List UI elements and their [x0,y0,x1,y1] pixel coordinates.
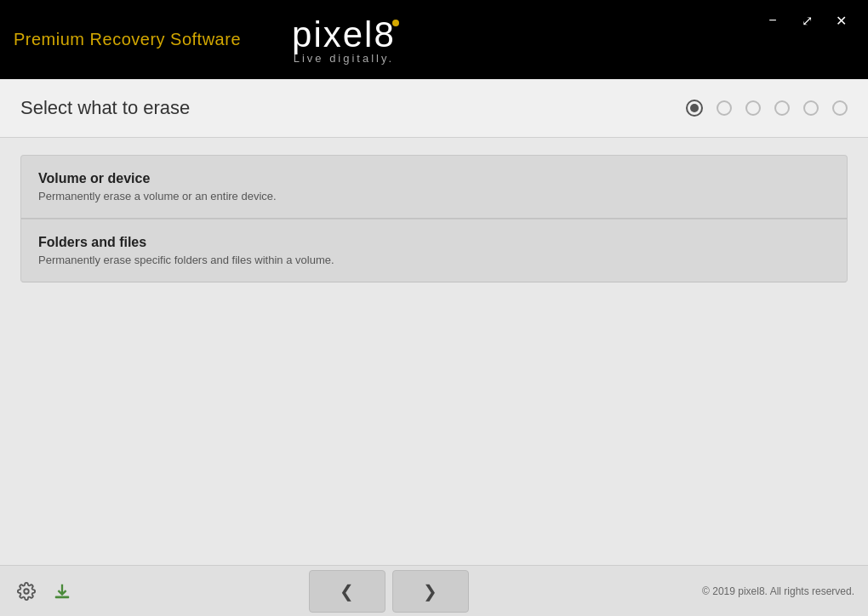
step-indicators [686,100,848,117]
forward-button[interactable]: ❯ [392,570,469,613]
volume-or-device-description: Permanently erase a volume or an entire … [38,190,830,202]
back-button[interactable]: ❮ [309,570,385,613]
download-icon [53,582,71,601]
svg-point-0 [24,589,29,594]
step-dot-6[interactable] [832,100,848,116]
step-dot-1[interactable] [686,100,703,117]
window-controls: − ⤢ ✕ [759,0,854,34]
step-dot-3[interactable] [745,100,761,116]
logo-accent-dot [392,20,399,26]
logo-wordmark: pixel8 [292,14,396,54]
maximize-button[interactable]: ⤢ [793,7,820,34]
folders-and-files-description: Permanently erase specific folders and f… [38,254,830,266]
minimize-button[interactable]: − [759,7,786,34]
step-dot-4[interactable] [774,100,790,116]
folders-and-files-title: Folders and files [38,235,830,250]
download-button[interactable] [49,579,75,604]
header-left: Premium Recovery Software pixel8 Live di… [14,14,396,65]
logo-text: pixel8 [292,14,396,55]
logo-pixel8: pixel8 [292,14,396,55]
close-button[interactable]: ✕ [827,7,854,34]
step-bar: Select what to erase [0,79,868,138]
footer: ❮ ❯ © 2019 pixel8. All rights reserved. [0,565,868,616]
svg-rect-1 [55,596,70,598]
folders-and-files-option[interactable]: Folders and files Permanently erase spec… [20,219,848,282]
main-content: Volume or device Permanently erase a vol… [0,138,868,565]
gear-icon [17,582,36,601]
copyright-text: © 2019 pixel8. All rights reserved. [702,585,854,597]
footer-icons [14,579,75,604]
step-title: Select what to erase [20,97,190,119]
app-title: Premium Recovery Software [14,30,241,49]
step-dot-5[interactable] [803,100,819,116]
logo-container: pixel8 Live digitally. [292,14,396,65]
header: Premium Recovery Software pixel8 Live di… [0,0,868,79]
settings-button[interactable] [14,579,39,604]
step-dot-2[interactable] [717,100,732,116]
volume-or-device-title: Volume or device [38,171,830,186]
step-dot-1-inner [690,104,699,112]
volume-or-device-option[interactable]: Volume or device Permanently erase a vol… [20,155,848,219]
nav-buttons: ❮ ❯ [309,570,469,613]
